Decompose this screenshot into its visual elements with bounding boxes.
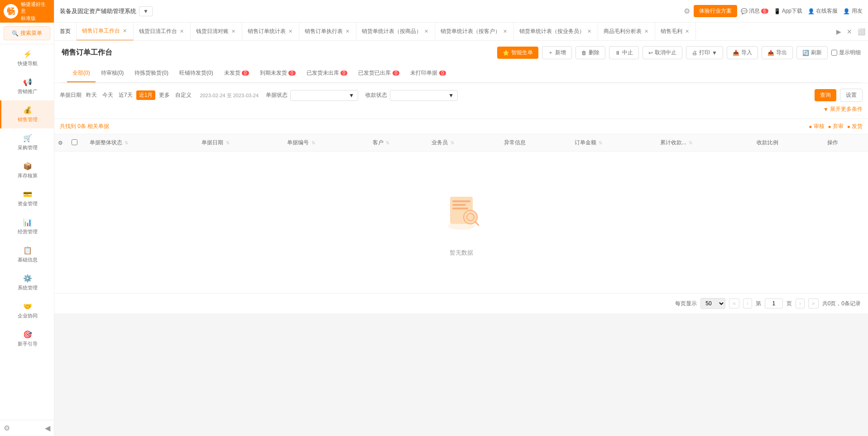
sidebar-item-guide[interactable]: 🎯 新手引导 [0, 325, 54, 353]
tab-cash-daily-close[interactable]: ✕ [179, 28, 185, 34]
tab-sales-exec[interactable]: 销售订单执行表 ✕ [299, 23, 356, 41]
th-settings[interactable]: ⚙ [54, 134, 68, 152]
sidebar-item-inventory[interactable]: 📦 库存核算 [0, 156, 54, 185]
review-action-button[interactable]: ● 审核 [809, 123, 824, 130]
tab-sales-workbench-close[interactable]: ✕ [122, 28, 128, 34]
select-all-checkbox[interactable] [72, 139, 77, 145]
industry-solution-button[interactable]: 体验行业方案 [694, 5, 737, 17]
status-select[interactable]: ▼ [290, 90, 358, 101]
import-button[interactable]: 📥 导入 [727, 46, 758, 59]
shortcut-today[interactable]: 今天 [101, 90, 115, 100]
collapse-sidebar-button[interactable]: ◀ [45, 424, 50, 432]
show-detail-checkbox-label[interactable]: 显示明细 [831, 49, 861, 57]
filter-tab-shipped-not-out[interactable]: 已发货未出库 0 [301, 65, 353, 82]
add-button[interactable]: ＋ 新增 [542, 46, 572, 59]
page-number-input[interactable] [765, 299, 783, 308]
orders-table: ⚙ 单据整体状态 ⇅ 单据日期 ⇅ [54, 134, 868, 152]
filter-tab-pending-review[interactable]: 待审核(0) [96, 65, 129, 82]
tab-sales-stats-close[interactable]: ✕ [288, 28, 293, 34]
first-page-button[interactable]: « [729, 299, 739, 308]
th-checkbox[interactable] [68, 134, 86, 152]
pause-button[interactable]: ⏸ 中止 [609, 46, 639, 59]
sidebar-item-finance[interactable]: 💳 资金管理 [0, 185, 54, 213]
page-size-select[interactable]: 10 20 50 100 [700, 298, 725, 309]
topbar-settings-button[interactable]: ⚙ [684, 7, 690, 15]
filter-tab-overdue[interactable]: 到期未发货 0 [254, 65, 301, 82]
expand-conditions-button[interactable]: ▼ 展开更多条件 [823, 105, 863, 113]
print-button[interactable]: 🖨 打印 ▼ [686, 46, 723, 59]
search-icon: 🔍 [12, 30, 19, 37]
shortcut-7days[interactable]: 近7天 [117, 90, 134, 100]
tab-close-all-button[interactable]: ✕ [844, 23, 855, 41]
th-customer[interactable]: 客户 ⇅ [369, 134, 428, 152]
tab-delivery-product[interactable]: 销货单统计表（按商品） ✕ [356, 23, 435, 41]
tab-sales-more-close[interactable]: ✕ [684, 28, 690, 34]
tab-delivery-customer[interactable]: 销货单统计表（按客户） ✕ [435, 23, 514, 41]
sidebar-item-collab[interactable]: 🤝 企业协同 [0, 297, 54, 325]
online-service-button[interactable]: 👤 在线客服 [808, 7, 838, 15]
tab-cash-reconcile-close[interactable]: ✕ [230, 28, 236, 34]
tab-delivery-staff[interactable]: 销货单统计表（按业务员） ✕ [514, 23, 598, 41]
result-actions: ● 审核 ● 弃审 ● 发货 [809, 123, 863, 130]
query-button[interactable]: 查询 [815, 89, 836, 101]
tab-sales-workbench[interactable]: 销售订单工作台 ✕ [77, 23, 134, 41]
message-button[interactable]: 💬 消息 6 [741, 7, 768, 15]
next-page-button[interactable]: › [796, 299, 805, 308]
filter-tab-not-shipped[interactable]: 未发货 0 [219, 65, 254, 82]
system-dropdown-button[interactable]: ▼ [139, 6, 153, 16]
sidebar-item-quick[interactable]: ⚡ 快捷导航 [0, 44, 54, 72]
filter-tab-pending-inspect[interactable]: 待拣货验货(0) [129, 65, 174, 82]
payment-select[interactable]: ▼ [390, 90, 458, 101]
tab-sales-exec-close[interactable]: ✕ [345, 28, 350, 34]
shortcut-custom[interactable]: 自定义 [173, 90, 193, 100]
delete-button[interactable]: 🗑 删除 [575, 46, 605, 59]
th-staff[interactable]: 业务员 ⇅ [428, 134, 500, 152]
filter-tab-wangpu[interactable]: 旺铺待发货(0) [174, 65, 219, 82]
tab-cash-daily[interactable]: 钱货日清工作台 ✕ [134, 23, 191, 41]
cancel-review-action-button[interactable]: ● 弃审 [828, 123, 844, 130]
settings-bottom-button[interactable]: ⚙ [4, 424, 10, 432]
shortcut-more[interactable]: 更多 [157, 90, 172, 100]
shortcut-yesterday[interactable]: 昨天 [84, 90, 99, 100]
app-download-button[interactable]: 📱 App下载 [774, 7, 802, 15]
filter-tab-shipped-out[interactable]: 已发货已出库 0 [353, 65, 405, 82]
export-button[interactable]: 📤 导出 [762, 46, 793, 59]
tab-margin[interactable]: 商品毛利分析表 ✕ [598, 23, 655, 41]
tab-margin-close[interactable]: ✕ [643, 28, 649, 34]
th-number[interactable]: 单据编号 ⇅ [283, 134, 369, 152]
sidebar-item-sales[interactable]: 💰 销售管理 [0, 100, 54, 128]
filter-tab-all[interactable]: 全部(0) [67, 65, 96, 82]
show-detail-checkbox[interactable] [831, 50, 837, 56]
search-menu-button[interactable]: 🔍 搜索菜单 [4, 26, 50, 40]
user-menu-button[interactable]: 👤 用友 [843, 7, 863, 15]
refresh-button[interactable]: 🔄 刷新 [796, 46, 828, 59]
svg-rect-4 [452, 208, 468, 209]
cancel-pause-button[interactable]: ↩ 取消中止 [643, 46, 682, 59]
prev-page-button[interactable]: ‹ [743, 299, 752, 308]
tab-delivery-product-close[interactable]: ✕ [423, 28, 429, 34]
sidebar-item-basic[interactable]: 📋 基础信息 [0, 241, 54, 269]
sidebar-item-purchase[interactable]: 🛒 采购管理 [0, 128, 54, 156]
tab-scroll-right-button[interactable]: ▶ [834, 23, 844, 41]
shortcut-1month[interactable]: 近1月 [136, 90, 156, 100]
tab-delivery-customer-close[interactable]: ✕ [502, 28, 508, 34]
th-status[interactable]: 单据整体状态 ⇅ [86, 134, 198, 152]
sidebar-item-ops[interactable]: 📊 经营管理 [0, 213, 54, 241]
sidebar-item-system[interactable]: ⚙️ 系统管理 [0, 269, 54, 297]
settings-filter-button[interactable]: 设置 [840, 89, 863, 102]
th-amount[interactable]: 订单金额 ⇅ [571, 134, 657, 152]
tab-cash-reconcile[interactable]: 钱货日清对账 ✕ [191, 23, 242, 41]
tab-maximize-button[interactable]: ⬜ [855, 23, 868, 41]
ship-action-button[interactable]: ● 发货 [847, 123, 863, 130]
tab-sales-stats[interactable]: 销售订单统计表 ✕ [242, 23, 299, 41]
smart-create-button[interactable]: ⭐ 智能生单 [497, 47, 538, 59]
filter-tab-no-print[interactable]: 未打印单据 0 [405, 65, 451, 82]
tab-delivery-staff-close[interactable]: ✕ [586, 28, 592, 34]
th-date[interactable]: 单据日期 ⇅ [198, 134, 283, 152]
sort-staff-icon: ⇅ [451, 140, 454, 145]
sidebar-item-marketing[interactable]: 📢 营销推广 [0, 72, 54, 100]
th-collected[interactable]: 累计收款... ⇅ [657, 134, 753, 152]
tab-sales-more[interactable]: 销售毛利 ✕ [655, 23, 696, 41]
last-page-button[interactable]: » [808, 299, 819, 308]
tab-home[interactable]: 首页 [54, 23, 77, 41]
